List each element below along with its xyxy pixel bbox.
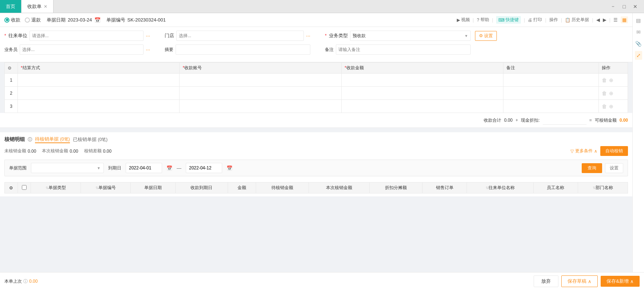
nav-left-icon[interactable]: ◀ (596, 17, 600, 23)
row-3-remark[interactable] (503, 100, 599, 113)
store-field: 门店 ··· (165, 31, 310, 41)
total-value: 0.00 (504, 118, 513, 123)
range-select[interactable]: ▼ (31, 163, 104, 173)
grid-icon[interactable]: ▦ (621, 16, 628, 23)
auto-verify-btn[interactable]: 自动核销 (600, 146, 628, 156)
toolbar-right: ▶ 视频 | ? 帮助 | ⌨ 快捷键 | 🖨 打印 | (457, 16, 628, 24)
query-btn[interactable]: 查询 (582, 163, 602, 173)
counterparty-input[interactable] (30, 31, 144, 41)
row-3-copy-icon[interactable]: ⊕ (609, 103, 613, 109)
tab-receipt-close[interactable]: ✕ (44, 4, 47, 9)
tab-receipt[interactable]: 收款单 ✕ (21, 0, 54, 13)
radio-receipt-dot (4, 17, 9, 23)
menu-icon[interactable]: ☰ (613, 17, 618, 23)
row-3-account[interactable] (180, 100, 341, 113)
row-1-account[interactable] (180, 74, 341, 87)
sep7: | (609, 17, 610, 23)
sep1: | (473, 17, 474, 23)
sidebar-mail-icon[interactable]: ✉ (635, 28, 642, 36)
row-2-delete-icon[interactable]: 🗑 (602, 90, 607, 96)
date-from-input[interactable] (126, 163, 162, 173)
btable-header-due-date: 收款到期日 (175, 183, 228, 193)
salesman-more-icon[interactable]: ··· (146, 47, 150, 52)
date-to-input[interactable] (186, 163, 222, 173)
counterparty-required: * (4, 33, 6, 38)
total-label: 收款合计 (484, 117, 501, 124)
close-window-button[interactable]: ✕ (631, 3, 640, 10)
salesman-input[interactable] (20, 44, 144, 55)
minimize-button[interactable]: － (608, 3, 618, 11)
settings-button[interactable]: ⚙ 设置 (475, 31, 497, 41)
filter-icon: ▽ (570, 149, 574, 154)
salesman-field: 业务员 ··· (4, 44, 150, 55)
history-icon: 📋 (565, 17, 570, 23)
tab-home[interactable]: 首页 (0, 0, 21, 13)
tab-pending-label: 待核销单据 (35, 136, 59, 142)
tab-pending[interactable]: 待核销单据 (0笔) (35, 136, 70, 143)
discount-label: 现金折扣: (521, 117, 539, 124)
calendar-to-icon[interactable]: 📅 (227, 165, 232, 171)
btable-gear-icon[interactable]: ⚙ (9, 185, 13, 191)
form-row-1: * 往来单位 ··· 门店 ··· * 业务类型 预收款 (4, 31, 628, 41)
sidebar-clip-icon[interactable]: 📎 (634, 39, 643, 48)
tab-verified-label: 已核销单据 (73, 136, 97, 143)
operation-btn[interactable]: 操作 (549, 17, 558, 23)
store-label: 门店 (165, 32, 174, 39)
print-btn[interactable]: 🖨 打印 (528, 17, 542, 23)
video-btn[interactable]: ▶ 视频 (457, 17, 470, 23)
row-3-delete-icon[interactable]: 🗑 (602, 103, 607, 109)
table-gear-icon[interactable]: ⚙ (8, 66, 12, 71)
nav-right-icon[interactable]: ▶ (603, 17, 606, 23)
help-btn[interactable]: ? 帮助 (477, 17, 489, 23)
store-more-icon[interactable]: ··· (306, 33, 310, 39)
remark-input[interactable] (336, 44, 471, 55)
row-2-amount[interactable] (341, 87, 503, 100)
row-3-action: 🗑 ⊕ (599, 100, 628, 113)
discount-input[interactable] (543, 116, 586, 125)
radio-receipt[interactable]: 收款 (4, 17, 20, 23)
receipt-table: ⚙ *结算方式 *收款账号 *收款金额 备注 操作 (4, 62, 628, 113)
table-settings-btn[interactable]: 设置 (605, 163, 623, 173)
row-1-action: 🗑 ⊕ (599, 74, 628, 87)
row-2-remark[interactable] (503, 87, 599, 100)
section-info-icon[interactable]: ⓘ (28, 137, 32, 143)
unverified-label: 未核销金额 (4, 148, 26, 154)
sidebar-expand-icon[interactable]: ⤢ (635, 51, 642, 60)
sort-no-icon[interactable]: ⇅ (95, 186, 98, 190)
row-2-copy-icon[interactable]: ⊕ (609, 90, 613, 96)
sep6: | (592, 17, 593, 23)
sort-type-icon[interactable]: ⇅ (46, 186, 48, 190)
row-1-delete-icon[interactable]: 🗑 (602, 77, 607, 83)
calendar-from-icon[interactable]: 📅 (166, 165, 172, 171)
store-input[interactable] (176, 31, 304, 41)
more-filter-btn[interactable]: ▽ 更多条件 ∧ (570, 148, 597, 154)
net-value: 0.00 (620, 118, 628, 123)
history-btn[interactable]: 📋 历史单据 (565, 17, 589, 23)
radio-refund[interactable]: 退款 (25, 17, 41, 23)
calendar-icon[interactable]: 📅 (94, 17, 101, 23)
row-1-settlement[interactable] (18, 74, 180, 87)
sort-counterparty-icon[interactable]: ⇅ (486, 186, 488, 190)
row-1-copy-icon[interactable]: ⊕ (609, 77, 613, 83)
table-wrapper: ⚙ *结算方式 *收款账号 *收款金额 备注 操作 (0, 62, 632, 113)
row-2-account[interactable] (180, 87, 341, 100)
counterparty-more-icon[interactable]: ··· (146, 33, 150, 39)
row-1-amount[interactable] (341, 74, 503, 87)
row-1-remark[interactable] (503, 74, 599, 87)
tab-verified[interactable]: 已核销单据 (0笔) (73, 136, 108, 143)
row-3-settlement[interactable] (18, 100, 180, 113)
btable-gear-header: ⚙ (5, 183, 18, 193)
row-2-action: 🗑 ⊕ (599, 87, 628, 100)
btable-header-order: 销售订单 (423, 183, 467, 193)
maximize-button[interactable]: □ (621, 3, 628, 10)
business-type-select[interactable]: 预收款 ▼ (350, 31, 471, 41)
row-3-amount[interactable] (341, 100, 503, 113)
shortcut-btn[interactable]: ⌨ 快捷键 (496, 16, 521, 24)
sidebar-table-icon[interactable]: ▤ (635, 16, 642, 25)
current-stat: 本次核销金额 0.00 (42, 148, 78, 154)
sort-dept-icon[interactable]: ⇅ (593, 186, 596, 190)
btable-check-all[interactable] (22, 185, 27, 190)
row-2-settlement[interactable] (18, 87, 180, 100)
btable-header-counterparty: ⇅往来单位名称 (467, 183, 533, 193)
summary-input[interactable] (176, 44, 310, 55)
